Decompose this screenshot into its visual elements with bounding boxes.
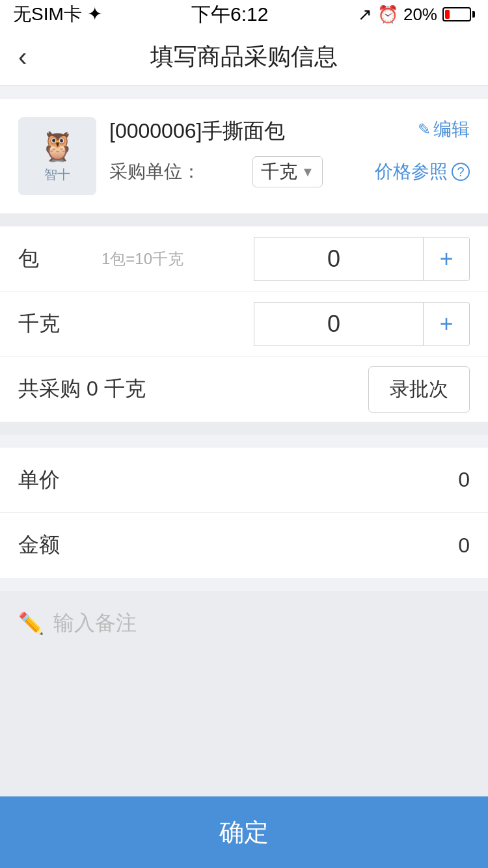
chevron-down-icon: ▼: [301, 165, 314, 180]
confirm-button[interactable]: 确定: [0, 796, 488, 868]
battery-percent: 20%: [403, 5, 437, 25]
summary-text: 共采购 0 千克: [18, 375, 146, 403]
back-button[interactable]: ‹: [18, 42, 27, 72]
record-batch-button[interactable]: 录批次: [368, 366, 470, 413]
edit-icon: ✎: [418, 120, 431, 139]
alarm-icon: ⏰: [377, 5, 398, 25]
location-icon: ↗: [358, 5, 372, 25]
section-divider-1: [0, 213, 488, 226]
kg-input[interactable]: [254, 302, 423, 346]
bao-input[interactable]: [254, 237, 423, 281]
price-section: 单价 0 金额 0: [0, 448, 488, 578]
purchase-unit-label: 采购单位：: [109, 159, 200, 184]
amount-row: 金额 0: [0, 513, 488, 578]
product-thumb-icon: 🦉: [40, 129, 75, 163]
bao-input-right: +: [254, 237, 470, 281]
input-section: 包 1包=10千克 + 千克 + 共采购 0 千克 录批次: [0, 226, 488, 422]
confirm-label: 确定: [219, 816, 269, 849]
product-thumb-label: 智十: [44, 166, 70, 183]
unit-price-row: 单价 0: [0, 448, 488, 513]
amount-label: 金额: [18, 531, 60, 560]
kg-plus-button[interactable]: +: [423, 302, 470, 346]
product-info: [0000006]手撕面包 ✎ 编辑 采购单位： 千克 ▼ 价格参照 ?: [109, 117, 470, 187]
amount-value: 0: [458, 534, 470, 558]
bao-plus-button[interactable]: +: [423, 237, 470, 281]
bao-sublabel: 1包=10千克: [102, 249, 183, 269]
notes-placeholder: 输入备注: [53, 609, 137, 638]
summary-row: 共采购 0 千克 录批次: [0, 357, 488, 422]
kg-input-row: 千克 +: [0, 292, 488, 357]
status-right: ↗ ⏰ 20%: [358, 5, 475, 25]
unit-price-value: 0: [458, 468, 470, 492]
status-bar: 无SIM卡 ✦ 下午6:12 ↗ ⏰ 20%: [0, 0, 488, 29]
kg-input-right: +: [254, 302, 470, 346]
unit-value: 千克: [261, 159, 297, 184]
price-ref-label: 价格参照: [375, 159, 448, 184]
edit-label: 编辑: [433, 117, 470, 142]
carrier-text: 无SIM卡 ✦: [13, 2, 102, 27]
product-name: [0000006]手撕面包: [109, 117, 418, 146]
notes-section[interactable]: ✏️ 输入备注: [0, 591, 488, 656]
info-icon: ?: [452, 163, 470, 181]
purchase-unit-row: 采购单位： 千克 ▼ 价格参照 ?: [109, 156, 470, 187]
price-ref-button[interactable]: 价格参照 ?: [375, 159, 470, 184]
pencil-icon: ✏️: [18, 611, 44, 636]
status-time: 下午6:12: [191, 1, 268, 28]
product-thumbnail: 🦉 智十: [18, 117, 96, 195]
page-title: 填写商品采购信息: [150, 41, 338, 73]
bao-label: 包: [18, 245, 96, 273]
section-divider-2: [0, 422, 488, 435]
product-card: 🦉 智十 [0000006]手撕面包 ✎ 编辑 采购单位： 千克 ▼ 价格参照 …: [0, 99, 488, 213]
nav-bar: ‹ 填写商品采购信息: [0, 29, 488, 86]
unit-price-label: 单价: [18, 466, 60, 495]
status-left: 无SIM卡 ✦: [13, 2, 102, 27]
kg-label: 千克: [18, 310, 96, 338]
bao-input-row: 包 1包=10千克 +: [0, 226, 488, 292]
unit-selector[interactable]: 千克 ▼: [252, 156, 323, 187]
edit-button[interactable]: ✎ 编辑: [418, 117, 470, 142]
product-header: [0000006]手撕面包 ✎ 编辑: [109, 117, 470, 146]
battery-icon: [442, 7, 475, 21]
